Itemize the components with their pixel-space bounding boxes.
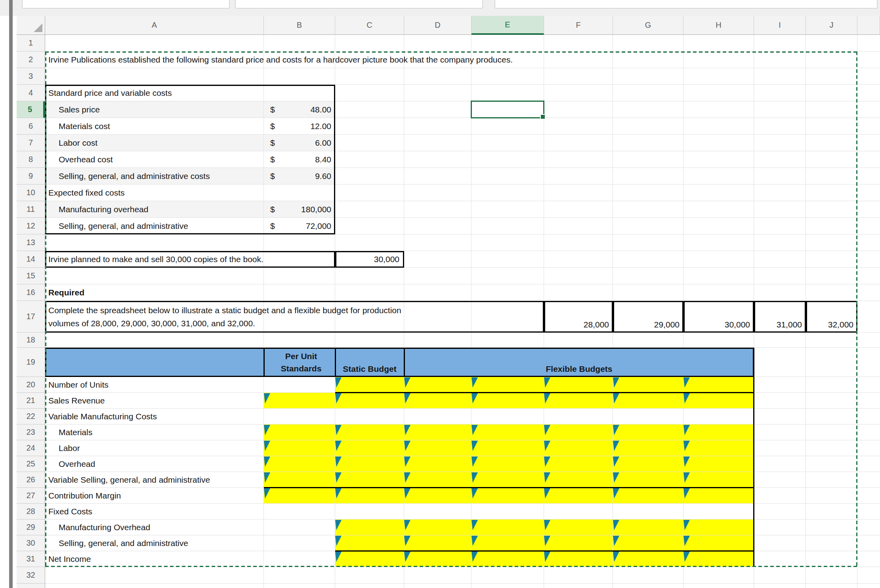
row-header-2[interactable]: 2 <box>17 51 45 68</box>
cell-G17[interactable]: 29,000 <box>613 301 683 333</box>
row-header-23[interactable]: 23 <box>17 424 45 440</box>
column-header-E[interactable]: E <box>471 16 544 35</box>
row-header-31[interactable]: 31 <box>17 551 45 567</box>
cell-A20[interactable]: Number of Units <box>45 377 264 393</box>
cell-A8[interactable]: Overhead cost <box>45 151 264 168</box>
column-header-A[interactable]: A <box>45 16 264 35</box>
cell-A17[interactable]: Complete the spreadsheet below to illust… <box>45 301 544 333</box>
row-header-19[interactable]: 19 <box>17 348 45 377</box>
column-header-C[interactable]: C <box>335 16 404 35</box>
row-header-12[interactable]: 12 <box>17 218 45 234</box>
cell-C14[interactable]: 30,000 <box>335 251 404 268</box>
row-header-21[interactable]: 21 <box>17 393 45 409</box>
cell-F17[interactable]: 28,000 <box>544 301 613 333</box>
row-header-5[interactable]: 5 <box>17 101 45 118</box>
currency-symbol: $ <box>270 171 275 181</box>
row-header-10[interactable]: 10 <box>17 185 45 201</box>
column-header-partial[interactable] <box>857 16 880 35</box>
cell-A4[interactable]: Standard price and variable costs <box>45 85 264 101</box>
cell-A6[interactable]: Materials cost <box>45 118 264 135</box>
function-box[interactable] <box>235 0 483 9</box>
row-header-15[interactable]: 15 <box>17 268 45 284</box>
row-header-1[interactable]: 1 <box>17 35 45 51</box>
select-all-triangle-icon <box>34 23 42 32</box>
cell-A25[interactable]: Overhead <box>45 456 264 472</box>
row-header-14[interactable]: 14 <box>17 251 45 268</box>
row-header-17[interactable]: 17 <box>17 301 45 333</box>
cell-text-line: volumes of 28,000, 29,000, 30,000, 31,00… <box>48 317 544 330</box>
cell-A21[interactable]: Sales Revenue <box>45 393 264 409</box>
cell-text-line: Per Unit <box>285 350 317 362</box>
column-header-H[interactable]: H <box>683 16 754 35</box>
cell-A28[interactable]: Fixed Costs <box>45 504 264 519</box>
cell-A23[interactable]: Materials <box>45 424 264 440</box>
cell-D19[interactable]: Flexible Budgets <box>404 348 754 377</box>
column-header-G[interactable]: G <box>613 16 683 35</box>
cell-A11[interactable]: Manufacturing overhead <box>45 201 264 218</box>
column-header-I[interactable]: I <box>754 16 806 35</box>
row-header-4[interactable]: 4 <box>17 85 45 101</box>
cell-A7[interactable]: Labor cost <box>45 135 264 151</box>
cell-J17[interactable]: 32,000 <box>806 301 857 333</box>
row-header-6[interactable]: 6 <box>17 118 45 135</box>
cell-text-line: Complete the spreadsheet below to illust… <box>48 304 544 317</box>
cell-B8[interactable]: $8.40 <box>264 151 335 168</box>
cell-B7[interactable]: $6.00 <box>264 135 335 151</box>
row-header-32[interactable]: 32 <box>17 567 45 584</box>
row-header-8[interactable]: 8 <box>17 151 45 168</box>
row-header-3[interactable]: 3 <box>17 68 45 85</box>
row-header-24[interactable]: 24 <box>17 440 45 456</box>
cell-B19[interactable]: Per UnitStandards <box>264 348 335 377</box>
column-header-J[interactable]: J <box>806 16 857 35</box>
cell-I17[interactable]: 31,000 <box>754 301 806 333</box>
row-header-30[interactable]: 30 <box>17 535 45 551</box>
column-header-F[interactable]: F <box>544 16 613 35</box>
currency-value: 9.60 <box>315 171 331 181</box>
currency-symbol: $ <box>270 221 275 231</box>
cell-B12[interactable]: $72,000 <box>264 218 335 234</box>
row-header-22[interactable]: 22 <box>17 409 45 424</box>
cell-B9[interactable]: $9.60 <box>264 168 335 185</box>
cell-A26[interactable]: Variable Selling, general, and administr… <box>45 472 264 488</box>
currency-symbol: $ <box>270 155 275 164</box>
cell-A12[interactable]: Selling, general, and administrative <box>45 218 264 234</box>
row-header-9[interactable]: 9 <box>17 168 45 185</box>
row-header-16[interactable]: 16 <box>17 284 45 301</box>
formula-bar[interactable] <box>494 0 878 9</box>
cell-B5[interactable]: $48.00 <box>264 101 335 118</box>
column-header-B[interactable]: B <box>264 16 335 35</box>
row-header-7[interactable]: 7 <box>17 135 45 151</box>
name-box[interactable] <box>22 0 230 9</box>
active-cell[interactable] <box>471 101 544 118</box>
cell-A9[interactable]: Selling, general, and administrative cos… <box>45 168 264 185</box>
fill-handle[interactable] <box>540 114 546 120</box>
row-header-13[interactable]: 13 <box>17 234 45 251</box>
currency-symbol: $ <box>270 122 275 131</box>
cell-A14[interactable]: Irvine planned to make and sell 30,000 c… <box>45 251 335 268</box>
currency-value: 72,000 <box>306 221 331 231</box>
cell-B6[interactable]: $12.00 <box>264 118 335 135</box>
cell-A30[interactable]: Selling, general, and administrative <box>45 535 264 551</box>
cell-C19[interactable]: Static Budget <box>335 348 404 377</box>
cell-A16[interactable]: Required <box>45 284 264 301</box>
select-all-button[interactable] <box>17 16 45 35</box>
cell-H17[interactable]: 30,000 <box>683 301 754 333</box>
column-header-D[interactable]: D <box>404 16 471 35</box>
row-header-11[interactable]: 11 <box>17 201 45 218</box>
row-header-18[interactable]: 18 <box>17 333 45 348</box>
cell-A27[interactable]: Contribution Margin <box>45 488 264 504</box>
row-header-29[interactable]: 29 <box>17 519 45 535</box>
cell-A2[interactable]: Irvine Publications established the foll… <box>45 51 857 68</box>
row-header-28[interactable]: 28 <box>17 504 45 519</box>
cell-A22[interactable]: Variable Manufacturing Costs <box>45 409 264 424</box>
row-header-26[interactable]: 26 <box>17 472 45 488</box>
row-header-27[interactable]: 27 <box>17 488 45 504</box>
row-header-25[interactable]: 25 <box>17 456 45 472</box>
cell-A5[interactable]: Sales price <box>45 101 264 118</box>
cell-B11[interactable]: $180,000 <box>264 201 335 218</box>
cell-A10[interactable]: Expected fixed costs <box>45 185 264 201</box>
row-header-20[interactable]: 20 <box>17 377 45 393</box>
cell-A29[interactable]: Manufacturing Overhead <box>45 519 264 535</box>
cell-A24[interactable]: Labor <box>45 440 264 456</box>
cell-A31[interactable]: Net Income <box>45 551 264 567</box>
